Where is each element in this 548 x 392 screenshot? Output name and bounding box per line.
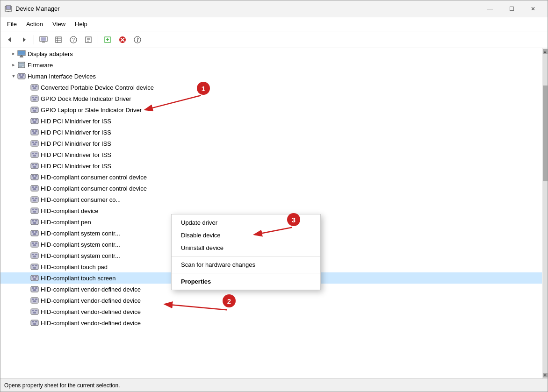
tree-item-hid-consumer-1[interactable]: HID-compliant consumer control device <box>0 171 542 183</box>
svg-rect-35 <box>19 65 24 66</box>
tree-item-hid-pci-4[interactable]: HID PCI Minidriver for ISS <box>0 149 542 160</box>
svg-rect-128 <box>33 323 36 325</box>
hid-vendor-2-label: HID-compliant vendor-defined device <box>41 297 141 304</box>
svg-rect-38 <box>19 74 21 76</box>
svg-rect-36 <box>19 66 22 67</box>
hid-device-label: HID-compliant device <box>41 207 99 214</box>
tree-item-hid-consumer-3[interactable]: HID-compliant consumer co... <box>0 194 542 205</box>
tree-item-hid-vendor-3[interactable]: HID-compliant vendor-defined device <box>0 306 542 317</box>
hid-label: Human Interface Devices <box>28 73 96 80</box>
svg-rect-6 <box>41 37 46 41</box>
maximize-button[interactable]: ☐ <box>501 0 522 17</box>
svg-rect-55 <box>35 119 37 121</box>
hid-vendor-1-label: HID-compliant vendor-defined device <box>41 286 141 293</box>
device-tree[interactable]: ► Display adapters ► <box>0 48 542 378</box>
tree-item-hid-vendor-2[interactable]: HID-compliant vendor-defined device <box>0 295 542 306</box>
expand-display-adapters[interactable]: ► <box>10 50 17 57</box>
svg-rect-66 <box>32 153 34 154</box>
ctx-uninstall-device[interactable]: Uninstall device <box>172 242 320 254</box>
gpio-laptop-label: GPIO Laptop or Slate Indicator Driver <box>41 107 142 114</box>
svg-rect-72 <box>33 166 36 168</box>
ctx-update-driver[interactable]: Update driver <box>172 216 320 229</box>
svg-rect-90 <box>32 220 34 221</box>
tree-item-hid-vendor-4[interactable]: HID-compliant vendor-defined device <box>0 317 542 328</box>
toolbar-help[interactable]: ? <box>66 33 80 46</box>
svg-rect-111 <box>35 276 37 278</box>
status-bar: Opens property sheet for the current sel… <box>0 378 548 392</box>
tree-item-hid-pci-2[interactable]: HID PCI Minidriver for ISS <box>0 127 542 138</box>
hid-vendor-4-label: HID-compliant vendor-defined device <box>41 320 141 327</box>
gpio-dock-label: GPIO Dock Mode Indicator Driver <box>41 95 131 102</box>
svg-rect-9 <box>56 37 61 43</box>
hid-pci-2-label: HID PCI Minidriver for ISS <box>41 129 111 136</box>
toolbar-list[interactable] <box>51 33 65 46</box>
svg-rect-34 <box>19 63 24 64</box>
hid-consumer-1-label: HID-compliant consumer control device <box>41 174 147 181</box>
svg-rect-76 <box>33 177 36 179</box>
ctx-scan-hardware[interactable]: Scan for hardware changes <box>172 258 320 271</box>
tree-item-hid-pci-3[interactable]: HID PCI Minidriver for ISS <box>0 138 542 149</box>
svg-text:?: ? <box>72 37 75 43</box>
tree-item-gpio-dock[interactable]: GPIO Dock Mode Indicator Driver <box>0 93 542 104</box>
svg-rect-95 <box>35 231 37 233</box>
hid-touchpad-label: HID-compliant touch pad <box>41 264 108 271</box>
svg-rect-98 <box>32 242 34 244</box>
tree-item-display-adapters[interactable]: ► Display adapters <box>0 48 542 59</box>
expand-firmware[interactable]: ► <box>10 61 17 69</box>
menu-action[interactable]: Action <box>22 19 48 29</box>
svg-marker-3 <box>8 37 11 42</box>
toolbar-computer[interactable] <box>36 33 50 46</box>
scroll-down-btn[interactable]: ▼ <box>543 373 548 378</box>
close-button[interactable]: ✕ <box>522 0 544 17</box>
scroll-track[interactable] <box>543 54 548 373</box>
toolbar-back[interactable] <box>2 33 16 46</box>
converted-portable-icon <box>30 84 39 91</box>
minimize-button[interactable]: — <box>479 0 501 17</box>
menu-file[interactable]: File <box>2 19 22 29</box>
svg-rect-103 <box>35 254 37 255</box>
scroll-thumb[interactable] <box>543 86 548 181</box>
svg-rect-82 <box>32 198 34 199</box>
status-text: Opens property sheet for the current sel… <box>4 382 120 389</box>
svg-rect-44 <box>33 87 36 89</box>
svg-rect-115 <box>35 287 37 289</box>
hid-touchscreen-label: HID-compliant touch screen <box>41 275 115 282</box>
svg-rect-87 <box>35 209 37 210</box>
tree-item-hid[interactable]: ▼ Human Interface Devices <box>0 71 542 82</box>
tree-item-gpio-laptop[interactable]: GPIO Laptop or Slate Indicator Driver <box>0 104 542 115</box>
svg-rect-88 <box>33 211 36 213</box>
scrollbar[interactable]: ▲ ▼ <box>542 48 548 378</box>
svg-rect-112 <box>33 278 36 280</box>
svg-rect-94 <box>32 231 34 233</box>
toolbar-remove[interactable] <box>115 33 130 46</box>
toolbar-properties[interactable] <box>81 33 95 46</box>
title-bar: Device Manager — ☐ ✕ <box>0 0 548 17</box>
svg-rect-62 <box>32 142 34 143</box>
hid-consumer-2-label: HID-compliant consumer control device <box>41 185 147 192</box>
toolbar-update[interactable] <box>130 33 144 46</box>
menu-view[interactable]: View <box>48 19 70 29</box>
tree-item-converted-portable[interactable]: Converted Portable Device Control device <box>0 82 542 93</box>
ctx-separator-1 <box>172 256 320 257</box>
ctx-disable-device[interactable]: Disable device <box>172 229 320 242</box>
expand-hid[interactable]: ▼ <box>10 72 17 80</box>
tree-item-hid-pci-5[interactable]: HID PCI Minidriver for ISS <box>0 160 542 171</box>
toolbar-add[interactable] <box>101 33 115 46</box>
ctx-properties[interactable]: Properties <box>172 275 320 288</box>
svg-rect-50 <box>32 108 34 109</box>
tree-item-hid-pci-1[interactable]: HID PCI Minidriver for ISS <box>0 115 542 127</box>
svg-rect-79 <box>35 186 37 188</box>
svg-rect-80 <box>33 188 36 190</box>
tree-item-firmware[interactable]: ► Firmware <box>0 59 542 71</box>
main-content: ► Display adapters ► <box>0 48 548 378</box>
svg-rect-84 <box>33 200 36 201</box>
firmware-icon <box>17 61 26 69</box>
scroll-up-btn[interactable]: ▲ <box>543 49 548 54</box>
svg-rect-58 <box>32 130 34 132</box>
toolbar-forward[interactable] <box>17 33 31 46</box>
menu-help[interactable]: Help <box>70 19 92 29</box>
svg-rect-39 <box>22 74 24 76</box>
tree-item-hid-consumer-2[interactable]: HID-compliant consumer control device <box>0 183 542 194</box>
svg-rect-116 <box>33 289 36 291</box>
svg-rect-107 <box>35 265 37 266</box>
